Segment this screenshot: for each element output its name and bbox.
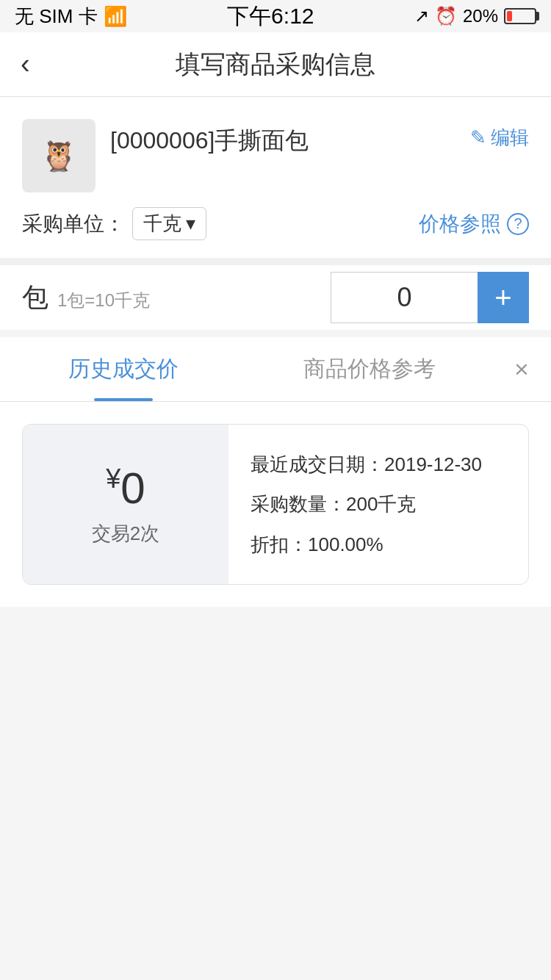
price-ref-help-icon: ? <box>507 213 529 235</box>
dropdown-arrow-icon: ▾ <box>186 212 195 235</box>
edit-icon: ✎ <box>470 126 486 149</box>
transaction-count: 交易2次 <box>92 521 159 547</box>
tab-history-label: 历史成交价 <box>68 354 179 384</box>
quantity-plus-button[interactable]: + <box>478 272 529 323</box>
sim-status: 无 SIM 卡 <box>15 4 98 29</box>
status-bar: 无 SIM 卡 📶 下午6:12 ↗ ⏰ 20% <box>0 0 551 32</box>
nav-bar: ‹ 填写商品采购信息 <box>0 32 551 97</box>
battery-percent: 20% <box>463 6 498 26</box>
discount-label: 折扣： <box>251 533 308 555</box>
status-right: ↗ ⏰ 20% <box>414 6 536 26</box>
unit-prefix: 采购单位： <box>22 210 125 238</box>
recent-date-value: 2019-12-30 <box>384 453 482 475</box>
wifi-icon: 📶 <box>104 5 127 28</box>
quantity-section: 包 1包=10千克 0 + <box>0 265 551 330</box>
tab-history-price[interactable]: 历史成交价 <box>0 337 246 401</box>
unit-dropdown[interactable]: 千克 ▾ <box>132 207 206 240</box>
qty-value: 200千克 <box>346 493 416 515</box>
product-thumbnail: 🦉 <box>22 119 96 192</box>
alarm-icon: ⏰ <box>435 6 457 26</box>
location-icon: ↗ <box>414 6 429 26</box>
section-divider <box>0 258 551 265</box>
price-ref-button[interactable]: 价格参照 ? <box>419 210 529 238</box>
back-button[interactable]: ‹ <box>21 48 30 80</box>
tab-price-reference[interactable]: 商品价格参考 <box>246 337 492 401</box>
price-card: ¥0 交易2次 最近成交日期：2019-12-30 采购数量：200千克 折扣：… <box>22 424 529 585</box>
discount-row: 折扣：100.00% <box>251 531 506 558</box>
product-unit-row: 采购单位： 千克 ▾ 价格参照 ? <box>22 207 529 258</box>
status-time: 下午6:12 <box>227 1 314 32</box>
product-section: 🦉 [0000006]手撕面包 ✎ 编辑 采购单位： 千克 ▾ 价格参照 ? <box>0 97 551 258</box>
unit-value: 千克 <box>143 211 181 237</box>
tab-reference-label: 商品价格参考 <box>303 354 436 384</box>
status-left: 无 SIM 卡 📶 <box>15 4 127 29</box>
price-value: 0 <box>120 464 145 513</box>
tab-close-button[interactable]: × <box>492 355 551 383</box>
card-left: ¥0 交易2次 <box>23 425 228 584</box>
product-left: 🦉 [0000006]手撕面包 <box>22 119 309 192</box>
battery-icon <box>504 8 536 24</box>
recent-date-row: 最近成交日期：2019-12-30 <box>251 451 506 478</box>
quantity-unit-main: 包 <box>22 280 48 316</box>
quantity-input[interactable]: 0 <box>331 272 478 323</box>
unit-label-group: 采购单位： 千克 ▾ <box>22 207 206 240</box>
quantity-label: 包 1包=10千克 <box>22 280 150 316</box>
edit-label: 编辑 <box>491 125 529 151</box>
tab-section: 历史成交价 商品价格参考 × ¥0 交易2次 最近成交日期：2019-12-30 <box>0 337 551 607</box>
product-name: [0000006]手撕面包 <box>110 125 309 157</box>
qty-label: 采购数量： <box>251 493 346 515</box>
discount-value: 100.00% <box>308 533 383 555</box>
product-image-icon: 🦉 <box>40 139 77 173</box>
product-header: 🦉 [0000006]手撕面包 ✎ 编辑 <box>22 119 529 192</box>
battery-fill <box>507 11 512 21</box>
card-price: ¥0 <box>106 463 145 514</box>
page-title: 填写商品采购信息 <box>176 48 375 82</box>
main-content: 历史成交价 商品价格参考 × ¥0 交易2次 最近成交日期：2019-12-30 <box>0 337 551 851</box>
quantity-input-row: 0 + <box>331 272 529 323</box>
price-ref-label: 价格参照 <box>419 210 501 238</box>
quantity-unit-sub: 1包=10千克 <box>57 289 150 312</box>
card-right: 最近成交日期：2019-12-30 采购数量：200千克 折扣：100.00% <box>228 425 528 584</box>
qty-row: 采购数量：200千克 <box>251 491 506 517</box>
edit-button[interactable]: ✎ 编辑 <box>470 125 529 151</box>
tab-bar: 历史成交价 商品价格参考 × <box>0 337 551 402</box>
currency-symbol: ¥ <box>106 464 120 494</box>
card-container: ¥0 交易2次 最近成交日期：2019-12-30 采购数量：200千克 折扣：… <box>0 402 551 607</box>
recent-date-label: 最近成交日期： <box>251 453 384 475</box>
